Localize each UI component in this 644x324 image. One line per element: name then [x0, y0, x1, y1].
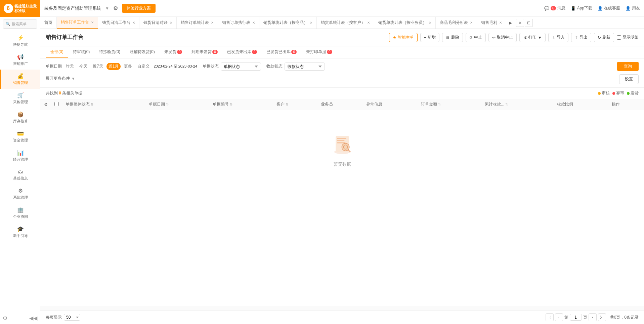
- tab-sales-order-workbench[interactable]: 销售订单工作台 ✕: [57, 17, 98, 29]
- sidebar-item-inventory[interactable]: 📦 库存核算: [0, 108, 40, 127]
- tab-close-sales-order[interactable]: ✕: [91, 21, 94, 24]
- online-service-button[interactable]: 👤 在线客服: [598, 5, 620, 11]
- sidebar-item-operations[interactable]: 📊 经营管理: [0, 146, 40, 165]
- sidebar-item-sales[interactable]: 💰 销售管理: [0, 70, 40, 89]
- tab-goods-margin[interactable]: 商品毛利分析表 ✕: [436, 17, 477, 29]
- tab-home[interactable]: 首页: [40, 17, 57, 29]
- app-download-button[interactable]: 📱 App下载: [571, 5, 592, 11]
- refresh-button[interactable]: ↻ 刷新: [594, 33, 614, 42]
- page-number-input[interactable]: [570, 314, 582, 321]
- show-detail-toggle[interactable]: 显示明细: [617, 35, 639, 40]
- search-button[interactable]: 🔍 搜索菜单: [3, 19, 37, 29]
- sub-tab-expired-not-shipped[interactable]: 到期未发货0: [187, 46, 222, 58]
- sidebar-item-system[interactable]: ⚙ 系统管理: [0, 184, 40, 203]
- show-detail-checkbox[interactable]: [617, 35, 621, 40]
- print-button[interactable]: 🖨 打印 ▼: [519, 33, 546, 42]
- tab-sales-profit[interactable]: 销售毛利 ✕: [477, 17, 506, 29]
- page-size-select[interactable]: 10 20 50 100: [64, 314, 80, 321]
- tab-sales-summary-product[interactable]: 销货单统计表（按商品） ✕: [259, 17, 317, 29]
- collapse-icon[interactable]: ◀◀: [29, 315, 37, 321]
- date-custom[interactable]: 自定义: [135, 63, 152, 70]
- smart-create-button[interactable]: ★ 智能生单: [389, 33, 418, 42]
- review-action[interactable]: 审核: [598, 90, 610, 96]
- last-page-button[interactable]: 》: [598, 313, 606, 321]
- date-today[interactable]: 今天: [77, 63, 89, 70]
- message-button[interactable]: 💬 6 消息: [544, 5, 565, 11]
- tab-close-sales-exec[interactable]: ✕: [252, 21, 255, 25]
- sort-number[interactable]: 单据编号 ⇅: [213, 102, 270, 107]
- settings-icon[interactable]: ⚙: [3, 315, 7, 321]
- export-button[interactable]: ⇧ 导出: [571, 33, 591, 42]
- tab-close-sales-profit[interactable]: ✕: [499, 21, 502, 25]
- tab-cash-goods-reconcile[interactable]: 钱货日清对账 ✕: [139, 17, 177, 29]
- col-settings[interactable]: ⚙: [40, 99, 51, 110]
- sidebar-item-purchase[interactable]: 🛒 采购管理: [0, 89, 40, 108]
- tab-sales-summary-staff[interactable]: 销货单统计表（按业务员） ✕: [374, 17, 436, 29]
- sub-tab-wangpu-pending[interactable]: 旺铺待发货(0): [125, 46, 160, 58]
- empty-state: 暂无数据: [40, 110, 644, 188]
- tab-close-cash-daily[interactable]: ✕: [132, 21, 135, 25]
- date-last1m[interactable]: 近1月: [106, 63, 121, 70]
- sort-amount[interactable]: 订单金额 ⇅: [421, 102, 478, 107]
- sub-tab-all[interactable]: 全部(0): [46, 46, 68, 58]
- user-button[interactable]: 👤 用友: [626, 5, 640, 11]
- chevron-down-icon[interactable]: ▼: [105, 6, 109, 11]
- tab-close-summary-product[interactable]: ✕: [310, 21, 312, 25]
- sidebar-item-guide[interactable]: 🎓 新手引导: [0, 222, 40, 242]
- cancel-review-action[interactable]: 弃审: [612, 90, 624, 96]
- query-button[interactable]: 查询: [617, 62, 639, 71]
- deliver-action[interactable]: 发货: [627, 90, 639, 96]
- sort-date[interactable]: 单据日期 ⇅: [149, 102, 206, 107]
- experience-button[interactable]: 体验行业方案: [122, 4, 156, 13]
- select-all-checkbox[interactable]: [54, 102, 59, 106]
- sidebar-item-quick-nav[interactable]: ⚡ 快捷导航: [0, 31, 40, 50]
- quick-nav-icon: ⚡: [17, 35, 24, 41]
- first-page-button[interactable]: 《: [546, 313, 554, 321]
- prev-page-button[interactable]: ‹: [555, 313, 563, 321]
- stop-button[interactable]: ⊘ 中止: [466, 33, 486, 42]
- tab-close-goods-margin[interactable]: ✕: [470, 21, 473, 25]
- import-button[interactable]: ⇩ 导入: [548, 33, 568, 42]
- tab-sales-summary-customer[interactable]: 销货单统计表（按客户） ✕: [317, 17, 374, 29]
- sub-tab-pending-inspect[interactable]: 待拣验货(0): [94, 46, 125, 58]
- sort-customer[interactable]: 客户 ⇅: [276, 102, 314, 107]
- col-checkbox-header[interactable]: [51, 99, 62, 110]
- status-select[interactable]: 单据状态: [221, 63, 261, 71]
- tab-sales-exec[interactable]: 销售订单执行表 ✕: [218, 17, 259, 29]
- tab-ctrl-prev[interactable]: ✕: [516, 19, 524, 27]
- cancel-stop-button[interactable]: ↩ 取消中止: [488, 33, 517, 42]
- tab-sales-stats[interactable]: 销售订单统计表 ✕: [177, 17, 218, 29]
- set-button[interactable]: 设置: [619, 74, 639, 84]
- sub-tab-not-shipped[interactable]: 未发货0: [160, 46, 187, 58]
- sub-tab-shipped-not-out[interactable]: 已发货未出库0: [222, 46, 262, 58]
- sub-tab-shipped-out[interactable]: 已发货已出库0: [262, 46, 301, 58]
- payment-select[interactable]: 收款状态: [285, 63, 325, 71]
- top-header: 装备及固定资产辅助管理系统 ▼ ⚙ 体验行业方案 💬 6 消息 📱 App下载 …: [40, 0, 644, 17]
- tab-close-sales-stats[interactable]: ✕: [211, 21, 214, 25]
- search-icon: 🔍: [6, 22, 10, 26]
- date-last7[interactable]: 近7天: [91, 63, 105, 70]
- next-page-button[interactable]: ›: [589, 313, 597, 321]
- sidebar-item-base-info[interactable]: 🗂 基础信息: [0, 165, 40, 184]
- date-yesterday[interactable]: 昨天: [64, 63, 76, 70]
- tab-close-reconcile[interactable]: ✕: [170, 21, 172, 25]
- sub-tab-not-printed[interactable]: 未打印单据0: [301, 46, 337, 58]
- delete-button[interactable]: 🗑 删除: [442, 33, 463, 42]
- sort-status[interactable]: 单据整体状态 ⇅: [66, 102, 142, 107]
- tab-more-button[interactable]: ▶: [506, 21, 515, 25]
- settings-header-icon[interactable]: ⚙: [113, 5, 118, 11]
- horizontal-scrollbar[interactable]: [40, 306, 644, 310]
- tab-close-summary-staff[interactable]: ✕: [429, 21, 431, 25]
- tab-close-summary-customer[interactable]: ✕: [367, 21, 370, 25]
- add-button[interactable]: + 新增: [420, 33, 439, 42]
- print-chevron-icon: ▼: [538, 35, 542, 40]
- expand-filters-button[interactable]: 展开更多条件: [46, 76, 70, 81]
- date-more[interactable]: 更多: [122, 63, 134, 70]
- sidebar-item-finance[interactable]: 💳 资金管理: [0, 127, 40, 146]
- sidebar-item-enterprise[interactable]: 🏢 企业协同: [0, 203, 40, 222]
- tab-ctrl-expand[interactable]: ⊡: [525, 19, 533, 27]
- sidebar-item-marketing[interactable]: 📢 营销推广: [0, 50, 40, 70]
- sub-tab-pending-review[interactable]: 待审核(0): [68, 46, 95, 58]
- sort-collected[interactable]: 累计收款... ⇅: [485, 102, 550, 107]
- tab-cash-daily[interactable]: 钱货日清工作台 ✕: [98, 17, 139, 29]
